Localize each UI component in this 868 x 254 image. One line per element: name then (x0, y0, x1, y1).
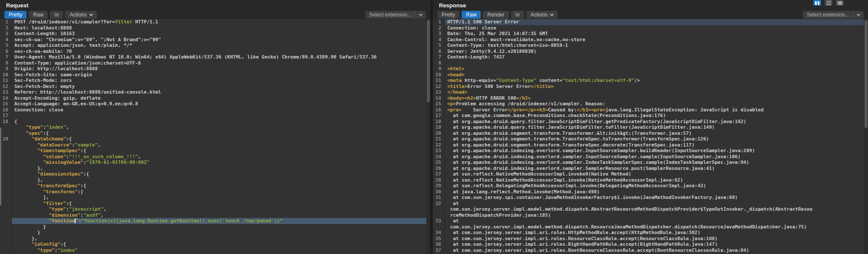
line-number: 4 (0, 37, 12, 43)
line-number (0, 148, 12, 154)
code-line: "type":"index" (0, 247, 430, 254)
line-number: 16 (0, 107, 12, 113)
line-number: 6 (0, 49, 12, 55)
line-number: 25 (433, 160, 445, 166)
tab-pretty[interactable]: Pretty (437, 11, 459, 19)
response-tabs: PrettyRawRender\nActions (437, 11, 558, 19)
code-line-content: Accept-Language: en-GB,en-US;q=0.9,en;q=… (12, 101, 430, 107)
code-line: 16<pre> Server Error</pre></p><h3>Caused… (433, 107, 868, 113)
tab-n[interactable]: \n (511, 11, 524, 19)
line-number (0, 236, 12, 242)
code-line: 33 at (433, 218, 868, 224)
code-line: 2Host: localhost:8888 (0, 25, 430, 31)
code-line: } (0, 224, 430, 230)
tab-actions[interactable]: Actions (526, 11, 558, 19)
code-line: 28 at sun.reflect.NativeMethodAccessorIm… (433, 177, 868, 183)
response-scrollbar-thumb[interactable] (865, 20, 868, 128)
response-scrollbar[interactable] (864, 19, 868, 254)
code-line: 19 "dataSchema":{ (0, 136, 430, 142)
line-number: 35 (433, 236, 445, 242)
code-line: }, (0, 166, 430, 172)
line-number (0, 195, 12, 201)
code-line-content: Content-Type: text/html;charset=iso-8859… (445, 42, 868, 49)
code-line: 4sec-ch-ua: "Chromium";v="89", ";Not A B… (0, 37, 430, 43)
line-number (0, 166, 12, 172)
code-line-content: "dimensionsSpec":{ (12, 171, 430, 177)
code-line-content: { (12, 119, 430, 125)
tab-raw[interactable]: Raw (462, 11, 481, 19)
code-line-content: com.sun.jersey.server.impl.model.method.… (445, 224, 868, 230)
code-line-content: "filter":{ (12, 201, 430, 207)
code-line-content: Sec-Fetch-Site: same-origin (12, 72, 430, 78)
code-line-content: at com.sun.jersey.server.impl.uri.rules.… (445, 241, 868, 247)
line-number: 3 (0, 31, 12, 37)
code-line: 29 at sun.reflect.DelegatingMethodAccess… (433, 183, 868, 189)
tab-pretty[interactable]: Pretty (4, 11, 26, 19)
code-line: 30 at java.lang.reflect.Method.invoke(Me… (433, 189, 868, 195)
line-number: 8 (0, 60, 12, 66)
code-line-content: sec-ch-ua-mobile: ?0 (12, 49, 430, 55)
code-line: 32 at (433, 201, 868, 207)
line-number: 26 (433, 166, 445, 172)
left-scroll-indicator[interactable] (0, 127, 1, 205)
code-line-content: "type":"javascript", (12, 206, 430, 212)
code-line: 14<body><h2>HTTP ERROR 500</h2> (433, 95, 868, 101)
code-line-content: "type":"index" (12, 247, 430, 254)
rows-layout-bars (826, 1, 831, 5)
code-line-content: }, (12, 166, 430, 172)
line-number: 11 (433, 78, 445, 84)
code-line: 1HTTP/1.1 500 Server Error (433, 19, 868, 25)
tab-render[interactable]: Render (483, 11, 508, 19)
code-line: "function":"function(v){java.lang.Runtim… (0, 218, 430, 224)
code-line: 15<p>Problem accessing /druid/indexer/v1… (433, 101, 868, 107)
code-line: 23 at org.apache.druid.indexing.overlord… (433, 148, 868, 154)
line-number (0, 189, 12, 195)
code-line: 7Content-Length: 7427 (433, 54, 868, 60)
tab-raw[interactable]: Raw (29, 11, 48, 19)
code-line: 11Sec-Fetch-Mode: cors (0, 78, 430, 84)
response-editor[interactable]: 1HTTP/1.1 500 Server Error2Connection: c… (433, 19, 868, 254)
request-scrollbar[interactable] (426, 19, 430, 254)
code-line: 4Cache-Control: must-revalidate,no-cache… (433, 37, 868, 43)
response-extension-select[interactable]: Select extension... (803, 11, 864, 19)
code-line: 16Connection: close (0, 107, 430, 113)
rows-layout-icon[interactable] (825, 0, 832, 6)
line-number: 11 (0, 78, 12, 84)
code-line-content: at (445, 218, 868, 224)
code-line: ], (0, 195, 430, 201)
request-tabbar: PrettyRaw\nActions Select extension... (0, 10, 430, 19)
line-number: 19 (433, 124, 445, 130)
request-extension-select[interactable]: Select extension... (365, 11, 426, 19)
line-number: 19 (0, 136, 12, 142)
request-editor[interactable]: 1POST /druid/indexer/v1/sampler?for=filt… (0, 19, 430, 254)
code-line: 11<meta http-equiv="Content-Type" conten… (433, 78, 868, 84)
request-scrollbar-thumb[interactable] (427, 20, 430, 102)
code-line-content: "spec":{ (12, 130, 430, 137)
code-line-content: }, (12, 236, 430, 242)
columns-layout-icon[interactable] (813, 0, 821, 6)
line-number: 13 (433, 89, 445, 95)
request-title: Request (6, 2, 28, 9)
code-line: 8Content-Type: application/json;charset=… (0, 60, 430, 66)
code-line: 17 (0, 113, 430, 119)
line-number: 32 (433, 201, 445, 207)
code-line: 12<title>Error 500 Server Error</title> (433, 84, 868, 90)
line-number (0, 230, 12, 236)
code-line-content: at org.apache.druid.indexing.overlord.sa… (445, 148, 868, 154)
code-line: 18{ (0, 119, 430, 125)
code-line: 2Connection: close (433, 25, 868, 31)
line-number: 2 (433, 25, 445, 31)
code-line: 34 at com.sun.jersey.server.impl.uri.rul… (433, 230, 868, 236)
code-line: 6Server: Jetty(9.4.12.v20180830) (433, 49, 868, 55)
code-line: "spec":{ (0, 130, 430, 137)
line-number: 12 (433, 84, 445, 90)
single-layout-icon[interactable] (836, 0, 844, 6)
code-line: 25 at org.apache.druid.indexing.overlord… (433, 160, 868, 166)
code-line-content: Host: localhost:8888 (12, 25, 430, 31)
code-line: com.sun.jersey.server.impl.model.method.… (433, 224, 868, 230)
tab-n[interactable]: \n (50, 11, 63, 19)
line-number: 12 (0, 84, 12, 90)
tab-actions[interactable]: Actions (65, 11, 96, 19)
chevron-down-icon (89, 12, 92, 16)
code-line-content: com.sun.jersey.server.impl.model.method.… (445, 206, 868, 212)
